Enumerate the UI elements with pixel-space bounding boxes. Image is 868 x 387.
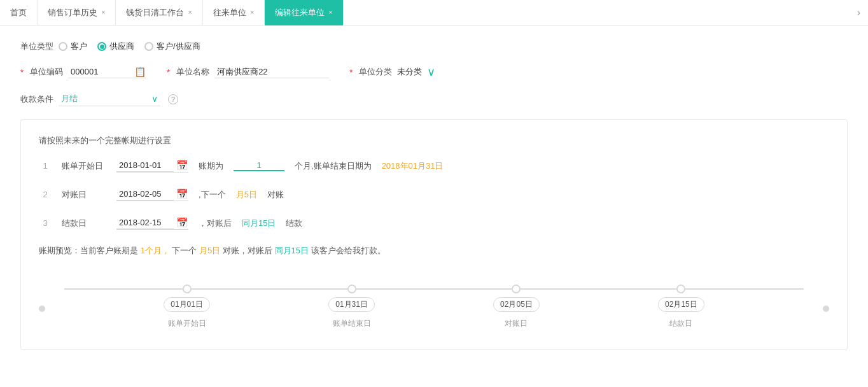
timeline-node-1-date: 01月01日: [164, 297, 210, 312]
preview-reconcile: 月5日: [199, 246, 220, 255]
timeline-node-1: 01月01日 账单开始日: [164, 285, 210, 329]
tab-edit-partner[interactable]: 编辑往来单位 ×: [265, 0, 343, 25]
row-1-period-input[interactable]: [234, 160, 284, 171]
setting-row-2: 2 对账日 📅 ,下一个 月5日 对账: [39, 188, 829, 201]
unit-category-select[interactable]: 未分类 ∨: [397, 65, 473, 79]
row-2-desc-highlight: 月5日: [236, 189, 257, 201]
unit-name-label: 单位名称: [176, 66, 209, 78]
row-3-date-input-wrapper: 📅: [116, 216, 188, 230]
unit-type-label: 单位类型: [20, 41, 53, 52]
payment-condition-value: 月结: [61, 93, 151, 104]
radio-customer-supplier-label: 客户/供应商: [157, 41, 200, 52]
tab-cashflow-close[interactable]: ×: [188, 9, 192, 16]
timeline-nodes: 01月01日 账单开始日 01月31日 账单结束日 02月05日 对账日: [39, 285, 829, 329]
timeline-node-2-date: 01月31日: [328, 297, 375, 312]
unit-code-input[interactable]: [68, 66, 132, 78]
payment-condition-label: 收款条件: [20, 94, 53, 105]
timeline-node-2-label: 账单结束日: [333, 318, 371, 329]
radio-customer-circle: [59, 42, 67, 51]
row-3-number: 3: [39, 218, 52, 228]
row-3-date-input[interactable]: [116, 216, 174, 229]
timeline-node-3-date: 02月05日: [493, 297, 540, 312]
row-2-calendar-icon[interactable]: 📅: [176, 188, 188, 200]
timeline-right-dot: [823, 306, 829, 312]
unit-code-input-wrapper: 📋: [68, 66, 146, 78]
preview-suffix: 该客户会给我打款。: [311, 246, 386, 255]
tab-sales-history-close[interactable]: ×: [101, 9, 105, 16]
unit-code-required: *: [20, 67, 24, 77]
tab-home[interactable]: 首页: [0, 0, 38, 25]
radio-customer-supplier[interactable]: 客户/供应商: [144, 41, 200, 52]
timeline-node-2-dot: [347, 285, 356, 293]
tab-partner[interactable]: 往来单位 ×: [203, 0, 265, 25]
timeline: 01月01日 账单开始日 01月31日 账单结束日 02月05日 对账日: [39, 274, 829, 334]
timeline-node-1-label: 账单开始日: [168, 318, 206, 329]
payment-condition-select[interactable]: 月结 ∨: [59, 92, 160, 106]
row-1-date-input[interactable]: [116, 159, 174, 172]
timeline-node-4-label: 结款日: [669, 318, 692, 329]
unit-category-arrow-icon: ∨: [427, 65, 435, 79]
row-2-desc-prefix: ,下一个: [199, 189, 226, 201]
tab-more-button[interactable]: ›: [850, 7, 868, 18]
settings-card: 请按照未来的一个完整帐期进行设置 1 账单开始日 📅 账期为 个月,账单结束日期…: [20, 119, 848, 350]
tab-partner-close[interactable]: ×: [250, 9, 254, 16]
unit-name-input[interactable]: [214, 66, 329, 78]
unit-type-radio-group: 客户 供应商 客户/供应商: [59, 41, 200, 52]
timeline-node-1-dot: [183, 285, 192, 293]
preview-after: 对账，对账后: [223, 246, 272, 255]
unit-category-label: 单位分类: [359, 66, 392, 78]
preview-prefix: 账期预览：当前客户账期是: [39, 246, 138, 255]
tab-partner-label: 往来单位: [213, 7, 246, 18]
timeline-node-4-date: 02月15日: [658, 297, 704, 312]
row-1-period-unit: 个月,账单结束日期为: [295, 160, 372, 172]
radio-customer[interactable]: 客户: [59, 41, 87, 52]
row-2-number: 2: [39, 190, 52, 199]
preview-period: 1个月，: [141, 246, 170, 255]
unit-name-group: * 单位名称: [167, 66, 329, 78]
row-1-date-input-wrapper: 📅: [116, 159, 188, 172]
row-2-date-input[interactable]: [116, 188, 174, 201]
unit-code-group: * 单位编码 📋: [20, 66, 146, 78]
payment-condition-group: 收款条件 月结 ∨ ?: [20, 92, 178, 106]
timeline-node-4: 02月15日 结款日: [658, 285, 704, 329]
timeline-node-3-label: 对账日: [505, 318, 528, 329]
row-3-desc-highlight: 同月15日: [242, 218, 276, 229]
unit-code-picker-icon[interactable]: 📋: [134, 66, 146, 78]
unit-name-required: *: [167, 67, 170, 77]
timeline-left-dot: [39, 306, 45, 312]
unit-category-value: 未分类: [397, 66, 422, 78]
tab-cashflow[interactable]: 钱货日清工作台 ×: [116, 0, 202, 25]
unit-type-row: 单位类型 客户 供应商 客户/供应商: [20, 41, 848, 52]
preview-row: 账期预览：当前客户账期是 1个月， 下一个 月5日 对账，对账后 同月15日 该…: [39, 245, 829, 257]
payment-condition-arrow-icon: ∨: [151, 94, 158, 104]
row-3-field-label: 结款日: [62, 218, 106, 229]
payment-help-icon[interactable]: ?: [168, 94, 178, 104]
card-title: 请按照未来的一个完整帐期进行设置: [39, 135, 829, 146]
row-2-date-input-wrapper: 📅: [116, 188, 188, 201]
row-1-number: 1: [39, 161, 52, 171]
setting-row-1: 1 账单开始日 📅 账期为 个月,账单结束日期为 2018年01月31日: [39, 159, 829, 172]
row-1-field-label: 账单开始日: [62, 160, 106, 172]
unit-info-row: * 单位编码 📋 * 单位名称 * 单位分类 未分类 ∨: [20, 65, 848, 79]
radio-customer-label: 客户: [71, 41, 87, 52]
row-1-calendar-icon[interactable]: 📅: [176, 160, 188, 171]
radio-supplier-label: 供应商: [109, 41, 134, 52]
timeline-node-3: 02月05日 对账日: [493, 285, 540, 329]
tab-sales-history[interactable]: 销售订单历史 ×: [38, 0, 116, 25]
preview-connector: 下一个: [172, 246, 197, 255]
row-2-desc-suffix: 对账: [267, 189, 284, 201]
tab-edit-partner-close[interactable]: ×: [328, 9, 332, 16]
row-3-calendar-icon[interactable]: 📅: [176, 217, 188, 229]
row-2-field-label: 对账日: [62, 189, 106, 201]
row-1-period-end: 2018年01月31日: [382, 160, 444, 172]
radio-supplier[interactable]: 供应商: [97, 41, 134, 52]
payment-condition-row: 收款条件 月结 ∨ ?: [20, 92, 848, 106]
tabs-bar: 首页 销售订单历史 × 钱货日清工作台 × 往来单位 × 编辑往来单位 × ›: [0, 0, 868, 25]
timeline-node-3-dot: [512, 285, 521, 293]
unit-type-group: 单位类型 客户 供应商 客户/供应商: [20, 41, 200, 52]
content-area: 单位类型 客户 供应商 客户/供应商 * 单位编码: [0, 25, 868, 387]
unit-category-required: *: [349, 67, 353, 77]
row-3-desc-suffix: 结款: [286, 218, 302, 229]
row-3-desc-prefix: ，对账后: [199, 218, 232, 229]
unit-code-label: 单位编码: [30, 66, 63, 78]
